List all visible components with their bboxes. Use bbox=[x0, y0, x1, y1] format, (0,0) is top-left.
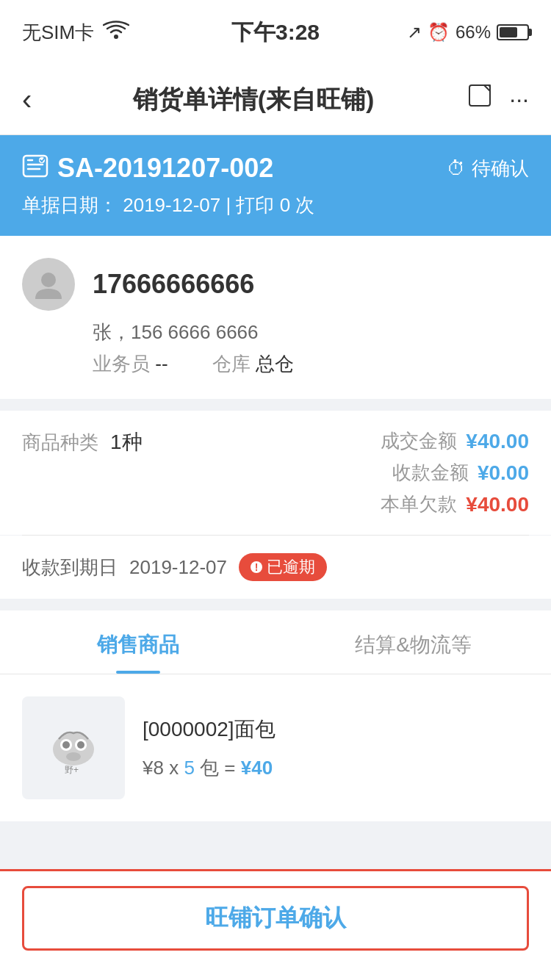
amount-label-2: 本单欠款 bbox=[381, 491, 457, 517]
status-time: 下午3:28 bbox=[231, 18, 320, 48]
summary-card: 商品种类 1种 成交金额 ¥40.00 收款金额 ¥0.00 本单欠款 ¥40.… bbox=[0, 411, 551, 535]
more-button[interactable]: ··· bbox=[509, 86, 529, 113]
product-equals: = bbox=[224, 757, 240, 779]
customer-row: 17666666666 bbox=[22, 258, 529, 311]
summary-left: 商品种类 1种 bbox=[22, 428, 143, 456]
salesperson-label: 业务员 bbox=[93, 353, 150, 375]
due-date-value: 2019-12-07 bbox=[129, 556, 227, 579]
svg-point-10 bbox=[66, 752, 81, 761]
svg-point-9 bbox=[77, 741, 84, 749]
svg-text:野+: 野+ bbox=[65, 765, 79, 775]
product-qty: 5 bbox=[184, 757, 194, 779]
back-button[interactable]: ‹ bbox=[22, 83, 66, 116]
customer-name-detail: 张，156 6666 6666 bbox=[93, 320, 529, 345]
alarm-icon: ⏰ bbox=[428, 22, 450, 43]
status-clock-icon: ⏱ bbox=[447, 157, 466, 180]
category-label: 商品种类 bbox=[22, 430, 98, 455]
category-value: 1种 bbox=[110, 428, 143, 456]
customer-card: 17666666666 张，156 6666 6666 业务员 -- 仓库 总仓 bbox=[0, 236, 551, 399]
date-label: 单据日期： bbox=[22, 194, 118, 216]
avatar bbox=[22, 258, 75, 311]
summary-row: 商品种类 1种 成交金额 ¥40.00 收款金额 ¥0.00 本单欠款 ¥40.… bbox=[22, 428, 529, 517]
divider-1 bbox=[0, 399, 551, 411]
status-bar: 无SIM卡 下午3:28 ↗ ⏰ 66% bbox=[0, 0, 551, 65]
svg-point-0 bbox=[114, 35, 118, 39]
amount-value-0: ¥40.00 bbox=[466, 430, 529, 453]
order-number: SA-20191207-002 bbox=[57, 153, 273, 184]
amount-row-0: 成交金额 ¥40.00 bbox=[381, 428, 529, 454]
order-date-row: 单据日期： 2019-12-07 | 打印 0 次 bbox=[22, 192, 529, 218]
svg-point-4 bbox=[41, 273, 56, 287]
due-date-label: 收款到期日 bbox=[22, 555, 118, 580]
order-date: 2019-12-07 bbox=[123, 194, 220, 216]
amount-value-2: ¥40.00 bbox=[466, 493, 529, 516]
tab-sales-products[interactable]: 销售商品 bbox=[0, 610, 276, 674]
battery-percent: 66% bbox=[455, 22, 491, 43]
customer-meta: 业务员 -- 仓库 总仓 bbox=[93, 351, 529, 377]
overdue-dot-icon: ! bbox=[251, 561, 262, 573]
product-item-0: 野+ [0000002]面包 ¥8 x 5 包 = ¥40 bbox=[22, 696, 529, 799]
product-price-0: ¥8 x 5 包 = ¥40 bbox=[143, 755, 529, 781]
overdue-badge: ! 已逾期 bbox=[239, 553, 327, 581]
header-card: SA-20191207-002 ⏱ 待确认 单据日期： 2019-12-07 |… bbox=[0, 135, 551, 236]
overdue-text: 已逾期 bbox=[267, 556, 315, 578]
nav-actions: ··· bbox=[441, 84, 529, 115]
amount-label-1: 收款金额 bbox=[392, 460, 469, 486]
wifi-icon bbox=[103, 20, 129, 46]
warehouse-item: 仓库 总仓 bbox=[212, 351, 294, 377]
carrier-text: 无SIM卡 bbox=[22, 20, 94, 46]
page-title: 销货单详情(来自旺铺) bbox=[66, 83, 441, 117]
status-right: ↗ ⏰ 66% bbox=[407, 22, 529, 43]
product-total: ¥40 bbox=[241, 757, 273, 779]
amount-label-0: 成交金额 bbox=[381, 428, 457, 454]
amount-row-2: 本单欠款 ¥40.00 bbox=[381, 491, 529, 517]
customer-phone: 17666666666 bbox=[93, 269, 254, 300]
print-info: | 打印 0 次 bbox=[226, 194, 314, 216]
salesperson-value: -- bbox=[155, 353, 168, 375]
summary-right: 成交金额 ¥40.00 收款金额 ¥0.00 本单欠款 ¥40.00 bbox=[381, 428, 529, 517]
tabs-bar: 销售商品 结算&物流等 bbox=[0, 610, 551, 674]
product-unit-price: ¥8 bbox=[143, 757, 164, 779]
divider-2 bbox=[0, 599, 551, 610]
order-status: ⏱ 待确认 bbox=[447, 156, 529, 181]
battery-icon bbox=[497, 24, 529, 40]
amount-value-1: ¥0.00 bbox=[478, 461, 529, 485]
confirm-button[interactable]: 旺铺订单确认 bbox=[22, 886, 529, 951]
svg-point-8 bbox=[62, 741, 70, 749]
product-list: 野+ [0000002]面包 ¥8 x 5 包 = ¥40 bbox=[0, 674, 551, 821]
tab-settlement[interactable]: 结算&物流等 bbox=[276, 610, 551, 674]
due-date-card: 收款到期日 2019-12-07 ! 已逾期 bbox=[0, 536, 551, 599]
status-text: 待确认 bbox=[472, 156, 529, 181]
warehouse-label: 仓库 bbox=[212, 353, 251, 375]
share-button[interactable] bbox=[468, 84, 494, 115]
product-unit: 包 bbox=[200, 757, 219, 779]
amount-row-1: 收款金额 ¥0.00 bbox=[392, 460, 529, 486]
status-left: 无SIM卡 bbox=[22, 20, 129, 46]
warehouse-value: 总仓 bbox=[256, 353, 294, 375]
order-icon bbox=[22, 154, 48, 183]
salesperson-item: 业务员 -- bbox=[93, 351, 168, 377]
product-info-0: [0000002]面包 ¥8 x 5 包 = ¥40 bbox=[143, 716, 529, 781]
bottom-area: 旺铺订单确认 bbox=[0, 869, 551, 980]
nav-bar: ‹ 销货单详情(来自旺铺) ··· bbox=[0, 65, 551, 135]
order-id-row: SA-20191207-002 bbox=[22, 153, 273, 184]
product-name-0: [0000002]面包 bbox=[143, 716, 529, 743]
location-icon: ↗ bbox=[407, 22, 422, 43]
product-thumbnail: 野+ bbox=[22, 696, 125, 799]
product-multiply: x bbox=[169, 757, 184, 779]
